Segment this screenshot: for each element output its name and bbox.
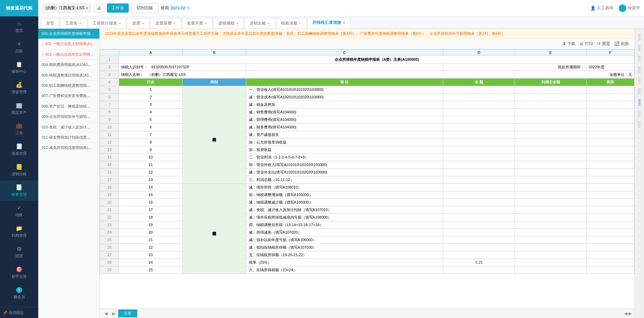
form-list-item-003[interactable]: 003-一般企业成本支出明细...: [38, 50, 99, 60]
row-diff-9[interactable]: [586, 153, 634, 161]
row-diff-1[interactable]: [586, 93, 634, 101]
row-profit-21[interactable]: [515, 244, 586, 251]
tab-首页[interactable]: 首页: [41, 18, 59, 28]
tab-税表清册[interactable]: 税表清册✕: [276, 18, 307, 28]
timeline-year-2022[interactable]: 2022: [637, 97, 642, 108]
form-list-item-009[interactable]: 009-企业所得税弥补亏损明...: [38, 112, 99, 122]
row-diff-6[interactable]: [586, 131, 634, 138]
row-diff-8[interactable]: [586, 146, 634, 153]
sidebar-item-sales-ledger[interactable]: 📒 进销台账: [0, 160, 38, 180]
row-profit-1[interactable]: [515, 93, 586, 101]
tab-close-4[interactable]: ✕: [173, 22, 176, 25]
row-diff-11[interactable]: [586, 168, 634, 176]
timeline-year-2021[interactable]: 2021: [637, 86, 642, 97]
tab-进销稽核[interactable]: 进销稽核✕: [213, 18, 244, 28]
form-list-item-004[interactable]: 004-期间费用明细表(A1040...: [38, 60, 99, 70]
switch-old-btn[interactable]: 切到旧版: [131, 3, 158, 13]
row-profit-10[interactable]: [515, 161, 586, 168]
form-list-item-005[interactable]: 005-纳税调整项目明细表(A1...: [38, 70, 99, 81]
row-diff-3[interactable]: [586, 108, 634, 116]
row-amount-10[interactable]: [443, 161, 515, 168]
tab-发票算费[interactable]: 发票算费✕: [150, 18, 181, 28]
company-selector[interactable]: (勿删）江西服宝-LSS ▾: [42, 3, 91, 13]
tab-close-7[interactable]: ✕: [267, 22, 270, 25]
row-diff-16[interactable]: [586, 206, 634, 213]
service-btn[interactable]: 👤 人工咨询: [590, 5, 613, 11]
row-amount-1[interactable]: [443, 93, 515, 101]
row-diff-18[interactable]: [586, 221, 634, 229]
scroll-right-btn[interactable]: ▶: [629, 311, 632, 316]
sidebar-item-home[interactable]: ⌂ 首页: [0, 16, 38, 37]
row-amount-22[interactable]: [443, 251, 515, 259]
sidebar-item-funds[interactable]: 💰 资金管理: [0, 78, 38, 98]
sidebar-item-invoice[interactable]: 🧾 发票管理: [0, 139, 38, 160]
row-diff-10[interactable]: [586, 161, 634, 168]
print-btn[interactable]: 🖨 打印: [579, 41, 593, 47]
row-profit-24[interactable]: [515, 266, 586, 274]
timeline-year-2016[interactable]: 2016: [637, 42, 642, 53]
row-diff-12[interactable]: [586, 176, 634, 183]
row-profit-18[interactable]: [515, 221, 586, 229]
row-amount-13[interactable]: [443, 183, 515, 191]
row-diff-17[interactable]: [586, 213, 634, 221]
row-amount-2[interactable]: [443, 101, 515, 108]
row-profit-7[interactable]: [515, 138, 586, 146]
row-amount-6[interactable]: [443, 131, 515, 138]
timeline-year-2023[interactable]: 2023: [637, 108, 642, 119]
row-amount-7[interactable]: [443, 138, 515, 146]
form-list-item-010[interactable]: 010-免税、减计收入及加计...: [38, 122, 99, 133]
row-diff-15[interactable]: [586, 198, 634, 206]
row-profit-20[interactable]: [515, 236, 586, 244]
timeline-year-2019[interactable]: 2019: [637, 31, 642, 42]
timeline-year-2024[interactable]: 2024: [637, 119, 642, 130]
row-diff-24[interactable]: [586, 266, 634, 274]
tab-所得税汇算清缴[interactable]: 所得税汇算清缴✕: [307, 17, 350, 28]
row-profit-0[interactable]: [515, 86, 586, 93]
row-diff-20[interactable]: [586, 236, 634, 244]
sidebar-item-member[interactable]: V 畅会员: [0, 283, 38, 303]
form-list-item-002[interactable]: 002-一般企业收入明细表(A1...: [38, 39, 99, 49]
period-edit-icon[interactable]: ✎: [187, 6, 190, 11]
sidebar-item-ledger[interactable]: ≡ 总账: [0, 37, 38, 57]
row-diff-7[interactable]: [586, 138, 634, 146]
row-amount-23[interactable]: 0.25: [443, 259, 515, 266]
row-amount-19[interactable]: [443, 229, 515, 236]
print-icon-btn[interactable]: 🖨: [94, 4, 104, 12]
row-amount-3[interactable]: [443, 108, 515, 116]
timeline-year-2018[interactable]: 2018: [637, 64, 642, 75]
tab-close-2[interactable]: ✕: [118, 22, 121, 25]
row-amount-4[interactable]: [443, 116, 515, 123]
tab-工资统计报表[interactable]: 工资统计报表✕: [87, 18, 126, 28]
form-list-item-001[interactable]: 001-企业所得税年度纳税申报...: [38, 29, 99, 39]
row-profit-9[interactable]: [515, 153, 586, 161]
unpin-button[interactable]: 📌 取消固定: [0, 307, 38, 318]
scroll-left-btn[interactable]: ◀: [624, 311, 627, 316]
row-profit-4[interactable]: [515, 116, 586, 123]
sidebar-item-close-accounts[interactable]: ✓ 结账: [0, 201, 38, 221]
tab-close-3[interactable]: ✕: [142, 22, 144, 25]
row-profit-6[interactable]: [515, 131, 586, 138]
tab-close-1[interactable]: ✕: [79, 22, 82, 25]
workbench-btn[interactable]: 工作台: [107, 3, 129, 13]
row-diff-21[interactable]: [586, 244, 634, 251]
row-profit-3[interactable]: [515, 108, 586, 116]
sheet-nav-right[interactable]: ▶: [110, 310, 117, 317]
timeline-year-2017[interactable]: 2017: [637, 53, 642, 64]
row-amount-24[interactable]: [443, 266, 515, 274]
row-diff-0[interactable]: [586, 86, 634, 93]
form-list-item-012[interactable]: 012-减免所得税优惠明细表(...: [38, 143, 99, 153]
row-amount-9[interactable]: [443, 153, 515, 161]
row-profit-8[interactable]: [515, 146, 586, 153]
sidebar-item-guide[interactable]: 🎯 新手引导: [0, 262, 38, 283]
form-list-item-007[interactable]: 007-广告费和业务宣传费跑...: [38, 91, 99, 101]
row-profit-14[interactable]: [515, 191, 586, 198]
row-diff-13[interactable]: [586, 183, 634, 191]
row-amount-21[interactable]: [443, 244, 515, 251]
sidebar-item-payroll[interactable]: 💼 工资: [0, 119, 38, 139]
form-list-item-006[interactable]: 006-职工薪酬纳税调整明细...: [38, 81, 99, 91]
download-btn[interactable]: ⬇ 下载: [562, 41, 575, 47]
row-amount-8[interactable]: [443, 146, 515, 153]
reset-btn[interactable]: ↺ 重置: [597, 41, 610, 47]
row-profit-12[interactable]: [515, 176, 586, 183]
tab-进销台账[interactable]: 进销台账✕: [244, 18, 275, 28]
